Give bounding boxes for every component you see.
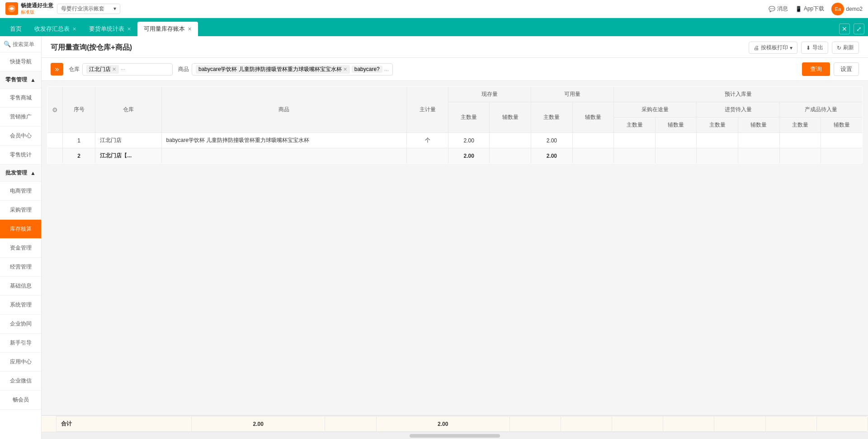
sidebar-item-inventory-check[interactable]: 库存核算: [0, 220, 41, 239]
tab-receive-summary-label: 收发存汇总表: [34, 25, 70, 33]
setting-btn[interactable]: 设置: [834, 62, 859, 76]
row1-settings: [47, 133, 63, 148]
app-download-action[interactable]: 📱 App下载: [795, 5, 824, 13]
filter-row: » 仓库 江北门店 ✕ ··· 商品 babycare学饮杯 儿童防摔防撞吸管杯…: [42, 58, 868, 81]
filter-expand-btn[interactable]: »: [51, 63, 63, 76]
th-purchase-on-way-group: 采购在途量: [614, 102, 697, 118]
horizontal-scrollbar-thumb[interactable]: [410, 434, 500, 438]
sidebar-item-operation-mgmt[interactable]: 经营管理: [0, 258, 41, 277]
footer-inbound-pending-aux: [714, 416, 765, 432]
th-product-pending-main: 主数量: [779, 118, 821, 133]
warehouse-ellipsis[interactable]: ···: [121, 66, 125, 72]
tab-available-stock[interactable]: 可用量库存账本 ✕: [137, 22, 198, 36]
table-area: ⚙ 序号 仓库 商品 主计量 现存量 可用量 预计入库量 主数量 辅数量 主数量: [42, 81, 868, 415]
footer-current-aux-qty: [325, 416, 376, 432]
industry-label: 母婴行业演示账套: [61, 5, 104, 13]
footer-purchase-on-way-aux: [612, 416, 663, 432]
sidebar-item-ecommerce-mgmt[interactable]: 电商管理: [0, 182, 41, 201]
product-filter-input[interactable]: babycare学饮杯 儿童防摔防撞吸管杯重力球吸嘴杯宝宝水杯 ✕ babyca…: [192, 63, 393, 76]
logo-text-block: 畅捷通好生意 标准版: [21, 2, 53, 15]
row1-product-pending-main: [779, 133, 821, 148]
enterprise-collab-label: 企业协同: [10, 320, 32, 328]
tab-available-stock-close[interactable]: ✕: [188, 26, 192, 32]
sidebar-item-wholesale-mgmt[interactable]: 批发管理 ▲: [0, 165, 41, 182]
tab-order-stats[interactable]: 要货单统计表 ✕: [83, 22, 137, 36]
page-title: 可用量查询(按仓库+商品): [51, 43, 132, 52]
tab-expand-btn[interactable]: ⤢: [854, 24, 864, 34]
sidebar-item-quick-nav[interactable]: 快捷导航: [0, 52, 41, 71]
group-main-unit: [407, 148, 448, 164]
sidebar-item-enterprise-wechat[interactable]: 企业微信: [0, 372, 41, 391]
gear-icon[interactable]: ⚙: [52, 106, 58, 113]
sidebar-item-app-center[interactable]: 应用中心: [0, 353, 41, 372]
new-guide-label: 新手引导: [10, 339, 32, 347]
sidebar-item-system-mgmt[interactable]: 系统管理: [0, 296, 41, 315]
th-purchase-on-way-main: 主数量: [614, 118, 656, 133]
avatar-initials: Ea: [835, 6, 841, 12]
refresh-btn[interactable]: ↻ 刷新: [832, 42, 859, 54]
group-inbound-pending-aux: [738, 148, 780, 164]
warehouse-filter-label: 仓库: [69, 66, 80, 73]
footer-settings-col: [42, 416, 56, 432]
footer-available-main-qty: 2.00: [376, 416, 509, 432]
sidebar-item-retail-stats[interactable]: 零售统计: [0, 146, 41, 165]
group-purchase-on-way-main: [614, 148, 656, 164]
sidebar-item-basic-info[interactable]: 基础信息: [0, 277, 41, 296]
tab-bar: 首页 收发存汇总表 ✕ 要货单统计表 ✕ 可用量库存账本 ✕ ✕ ⤢: [0, 18, 868, 36]
template-print-btn[interactable]: 🖨 按模板打印 ▾: [749, 42, 797, 54]
industry-selector[interactable]: 母婴行业演示账套 ▾: [57, 4, 120, 14]
main-layout: 🔍 快捷导航 零售管理 ▲ 零售商城 营销推广 会员中心 零售统计 批发管理 ▲…: [0, 36, 868, 439]
sidebar-item-retail-mgmt[interactable]: 零售管理 ▲: [0, 71, 41, 89]
chevron-down-icon: ▾: [113, 5, 116, 12]
sidebar-item-member[interactable]: 畅会员: [0, 391, 41, 410]
user-action[interactable]: Ea demo2: [831, 3, 863, 15]
sidebar-item-new-guide[interactable]: 新手引导: [0, 334, 41, 353]
operation-mgmt-label: 经营管理: [10, 263, 32, 271]
product-tag-close[interactable]: ✕: [343, 66, 347, 72]
sidebar-search[interactable]: 🔍: [0, 36, 41, 52]
search-input[interactable]: [13, 41, 42, 47]
tab-receive-summary-close[interactable]: ✕: [72, 26, 76, 32]
row1-main-unit: 个: [407, 133, 448, 148]
sidebar-item-finance-mgmt[interactable]: 资金管理: [0, 239, 41, 258]
warehouse-filter-input[interactable]: 江北门店 ✕ ···: [82, 63, 173, 76]
tab-order-stats-close[interactable]: ✕: [127, 26, 131, 32]
row1-product: babycare学饮杯 儿童防摔防撞吸管杯重力球吸嘴杯宝宝水杯: [161, 133, 407, 148]
sidebar-item-purchase-mgmt[interactable]: 采购管理: [0, 201, 41, 220]
export-btn[interactable]: ⬇ 导出: [801, 42, 828, 54]
username-label: demo2: [846, 6, 863, 12]
message-action[interactable]: 💬 消息: [769, 5, 788, 13]
footer-row: 合计 2.00 2.00: [42, 416, 868, 432]
member-center-label: 会员中心: [10, 132, 32, 140]
group-product: [161, 148, 407, 164]
sidebar-item-marketing[interactable]: 营销推广: [0, 108, 41, 127]
product-tag2-label: babycare?: [354, 66, 380, 72]
th-settings[interactable]: ⚙: [47, 87, 63, 133]
row1-available-main-qty: 2.00: [531, 133, 573, 148]
message-label: 消息: [777, 5, 788, 13]
top-bar: 畅捷通好生意 标准版 母婴行业演示账套 ▾ 💬 消息 📱 App下载 Ea de…: [0, 0, 868, 18]
refresh-icon: ↻: [837, 45, 841, 51]
system-mgmt-label: 系统管理: [10, 301, 32, 309]
tab-home[interactable]: 首页: [4, 22, 28, 36]
sidebar-item-retail-mall[interactable]: 零售商城: [0, 89, 41, 108]
row1-purchase-on-way-aux: [655, 133, 697, 148]
sidebar-item-enterprise-collab[interactable]: 企业协同: [0, 315, 41, 334]
logo-icon: [5, 2, 18, 15]
th-main-unit: 主计量: [407, 87, 448, 133]
th-purchase-on-way-aux: 辅数量: [655, 118, 697, 133]
product-ellipsis[interactable]: ...: [384, 66, 389, 72]
sidebar-item-member-center[interactable]: 会员中心: [0, 127, 41, 146]
footer-purchase-on-way-main: [561, 416, 612, 432]
th-available-aux-qty: 辅数量: [572, 102, 614, 133]
scroll-bar-area[interactable]: [42, 432, 868, 439]
tab-close-all-btn[interactable]: ✕: [839, 24, 850, 34]
warehouse-tag-close[interactable]: ✕: [112, 66, 116, 72]
footer-current-main-qty: 2.00: [192, 416, 325, 432]
footer-product-pending-aux: [816, 416, 868, 432]
tab-receive-summary[interactable]: 收发存汇总表 ✕: [28, 22, 83, 36]
product-tag-babycare2: babycare?: [352, 66, 382, 73]
query-btn[interactable]: 查询: [802, 62, 830, 76]
group-current-aux-qty: [490, 148, 531, 164]
row1-inbound-pending-main: [697, 133, 738, 148]
